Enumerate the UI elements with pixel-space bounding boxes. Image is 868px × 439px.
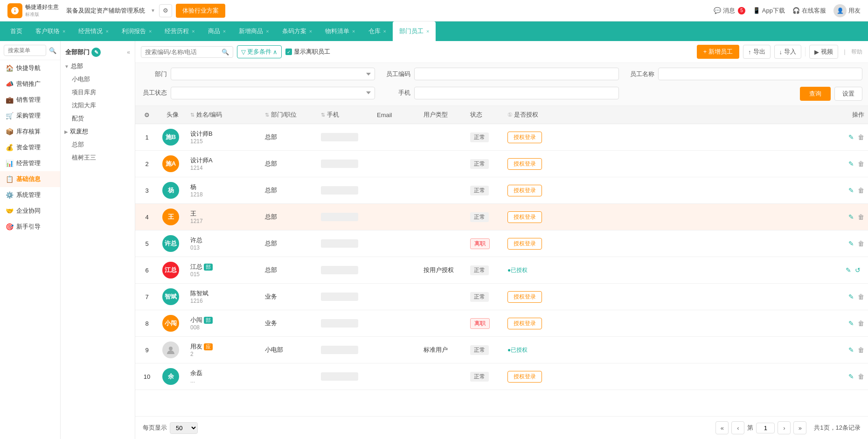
sidebar-item-finance[interactable]: 💰 资金管理 [0,139,60,155]
app-download-item[interactable]: 📱 App下载 [753,7,785,15]
dept-node-shenyang[interactable]: 沈阳大库 [61,99,135,112]
nav-tab-journey[interactable]: 经营历程 × [158,21,201,41]
sidebar-item-marketing[interactable]: 📣 营销推广 [0,76,60,92]
edit-icon[interactable]: ✎ [848,346,854,354]
filter-empname-input[interactable] [658,68,862,80]
auth-login-button[interactable]: 授权登录 [507,238,542,250]
close-icon[interactable]: × [383,28,386,34]
dept-node-peihuo[interactable]: 配货 [61,112,135,125]
current-page-input[interactable] [756,423,775,433]
dept-node-zhishu[interactable]: 植树王三 [61,151,135,164]
gear-button[interactable]: ⚙ [159,4,172,17]
query-button[interactable]: 查询 [800,87,831,101]
nav-tab-addgoods[interactable]: 新增商品 × [232,21,275,41]
search-input[interactable] [145,49,220,56]
export-button[interactable]: ↑ 导出 [743,45,771,59]
close-icon[interactable]: × [192,28,194,34]
dept-collapse-icon[interactable]: « [127,49,130,56]
edit-icon[interactable]: ✎ [848,187,854,194]
import-button[interactable]: ↓ 导入 [774,45,802,59]
sidebar-item-purchase[interactable]: 🛒 采购管理 [0,108,60,124]
close-icon[interactable]: × [426,28,429,34]
sidebar-item-quicknav[interactable]: 🏠 快捷导航 [0,60,60,76]
nav-tab-dept-staff[interactable]: 部门员工 × [393,21,436,41]
close-icon[interactable]: × [352,28,355,34]
edit-icon[interactable]: ✎ [848,373,854,380]
prev-page-button[interactable]: ‹ [731,421,744,434]
filter-phone-input[interactable] [414,87,618,99]
filter-status-select[interactable] [171,87,375,99]
nav-tab-barcode[interactable]: 条码方案 × [276,21,319,41]
set-button[interactable]: 设置 [834,87,862,101]
page-size-select[interactable]: 50 100 200 [170,422,198,434]
system-dropdown-icon[interactable]: ▼ [151,8,155,13]
edit-icon[interactable]: ✎ [848,240,854,247]
sidebar-item-inventory[interactable]: 📦 库存核算 [0,124,60,139]
edit-icon[interactable]: ✎ [848,293,854,300]
delete-icon[interactable]: 🗑 [858,213,864,221]
nav-tab-bom[interactable]: 物料清单 × [319,21,361,41]
close-icon[interactable]: × [309,28,312,34]
edit-icon[interactable]: ✎ [848,320,854,327]
dept-node-shuangfei[interactable]: ▶双废想 [61,125,135,138]
user-item[interactable]: 👤 用友 [833,4,861,17]
close-icon[interactable]: × [62,28,65,34]
help-text[interactable]: ｜ [842,48,847,56]
dept-node-xiaodibu[interactable]: 小电部 [61,73,135,86]
auth-login-button[interactable]: 授权登录 [507,318,542,329]
nav-tab-business[interactable]: 经营情况 × [72,21,115,41]
auth-login-button[interactable]: 授权登录 [507,291,542,303]
nav-tab-warehouse[interactable]: 仓库 × [362,21,393,41]
show-resigned-toggle[interactable]: ✓ 显示离职员工 [285,48,330,56]
nav-tab-customer[interactable]: 客户联络 × [29,21,72,41]
sidebar-item-collab[interactable]: 🤝 企业协同 [0,203,60,219]
sidebar-item-system[interactable]: ⚙️ 系统管理 [0,187,60,203]
delete-icon[interactable]: 🗑 [858,320,864,327]
next-page-button[interactable]: › [778,421,791,434]
delete-icon[interactable]: 🗑 [858,240,864,247]
dept-node-projroom[interactable]: 项目库房 [61,86,135,99]
edit-icon[interactable]: ✎ [846,266,851,274]
trial-button[interactable]: 体验行业方案 [176,4,225,18]
auth-login-button[interactable]: 授权登录 [507,185,542,196]
delete-icon[interactable]: 🗑 [858,293,864,300]
auth-login-button[interactable]: 授权登录 [507,132,542,143]
sidebar-item-guide[interactable]: 🎯 新手引导 [0,219,60,235]
auth-login-button[interactable]: 授权登录 [507,158,542,170]
nav-tab-profit[interactable]: 利润报告 × [115,21,158,41]
col-mobile[interactable]: ⇅ 手机 [317,106,373,124]
help-label[interactable]: 帮助 [851,48,862,56]
close-icon[interactable]: × [105,28,108,34]
filter-empcode-input[interactable] [414,68,618,80]
nav-tab-home[interactable]: 首页 [4,21,29,41]
col-name[interactable]: ⇅ 姓名/编码 [187,106,261,124]
delete-icon[interactable]: 🗑 [858,346,864,354]
restore-icon[interactable]: ↺ [855,266,861,274]
close-icon[interactable]: × [149,28,152,34]
col-settings[interactable]: ⚙ [135,106,159,124]
filter-dept-select[interactable] [171,68,375,80]
edit-icon[interactable]: ✎ [848,160,854,167]
delete-icon[interactable]: 🗑 [858,187,864,194]
dept-node-zongbu2[interactable]: 总部 [61,138,135,151]
sidebar-item-sales[interactable]: 💼 销售管理 [0,92,60,108]
edit-icon[interactable]: ✎ [848,213,854,221]
col-dept[interactable]: ⇅ 部门/职位 [261,106,317,124]
first-page-button[interactable]: « [715,421,729,434]
last-page-button[interactable]: » [793,421,806,434]
auth-login-button[interactable]: 授权登录 [507,211,542,223]
delete-icon[interactable]: 🗑 [858,373,864,380]
close-icon[interactable]: × [266,28,269,34]
delete-icon[interactable]: 🗑 [858,133,864,141]
dept-edit-icon[interactable]: ✎ [91,48,101,57]
video-button[interactable]: ▶ 视频 [809,45,838,59]
messages-item[interactable]: 💬 消息 5 [714,7,745,15]
search-menu-input[interactable] [4,45,46,56]
more-filter-button[interactable]: ▽ 更多条件 ∧ [237,45,282,58]
sidebar-item-basicinfo[interactable]: 📋 基础信息 [0,171,60,187]
delete-icon[interactable]: 🗑 [858,160,864,167]
online-service-item[interactable]: 🎧 在线客服 [792,7,826,15]
nav-tab-goods[interactable]: 商品 × [201,21,232,41]
edit-icon[interactable]: ✎ [848,133,854,141]
dept-node-head[interactable]: ▼总部 [61,60,135,73]
